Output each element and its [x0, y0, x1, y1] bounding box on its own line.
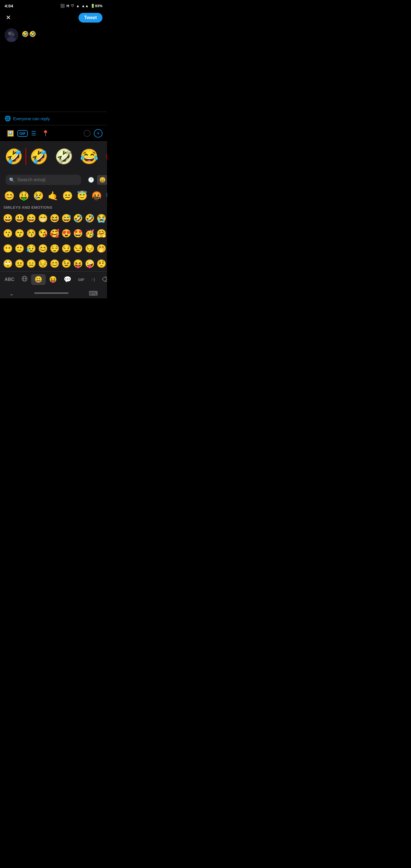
emoji-rolling-floor[interactable]: 🤣	[84, 212, 95, 225]
emoji-smirk[interactable]: 😏	[61, 242, 72, 255]
avatar	[5, 28, 18, 42]
carousel-emoji-1[interactable]: 🤣	[2, 145, 25, 168]
reply-setting[interactable]: 🌐 Everyone can reply	[0, 112, 107, 125]
wifi-icon: ▲	[76, 4, 80, 8]
emoji-grinning[interactable]: 😀	[2, 212, 13, 225]
signal-icon: ▲▲	[81, 4, 89, 8]
poll-button[interactable]: ☰	[29, 128, 38, 139]
carousel-emoji-5[interactable]: 🤣	[103, 145, 107, 168]
hulu-icon: H	[66, 4, 69, 8]
emoji-hugging[interactable]: 🤗	[96, 227, 107, 240]
tweet-button[interactable]: Tweet	[78, 13, 102, 23]
emoji-stuck-tongue[interactable]: 😝	[72, 257, 84, 270]
emoji-crying-loud[interactable]: 😭	[96, 212, 107, 225]
emoji-expressionless[interactable]: 😑	[26, 257, 37, 270]
heart-icon: ♡	[71, 4, 74, 8]
kb-backspace-button[interactable]: ⌫	[98, 274, 107, 285]
status-time: 4:04	[5, 3, 13, 8]
kb-memoji-button[interactable]: 💬	[60, 274, 75, 285]
emoji-roll-eyes[interactable]: 🙄	[2, 257, 13, 270]
image-button[interactable]: 🖼️	[5, 128, 16, 139]
recent-emoji-2[interactable]: 🤑	[17, 190, 31, 202]
emoji-unamused[interactable]: 😒	[72, 242, 84, 255]
compose-area: 🤣🤣	[0, 26, 107, 112]
carousel-emoji-2[interactable]: 🤣	[27, 145, 50, 168]
kb-gif-button[interactable]: GIF	[75, 276, 88, 283]
kb-abc-button[interactable]: ABC	[1, 275, 18, 284]
location-button[interactable]: 📍	[40, 128, 51, 139]
recent-emoji-row: 😊 🤑 😢 🤙 😐 😇 🤬 🥶 😈	[0, 188, 107, 203]
recent-emoji-5[interactable]: 😐	[61, 190, 74, 202]
emoji-pensive[interactable]: 😔	[84, 242, 95, 255]
emoji-kiss3[interactable]: 😚	[26, 227, 37, 240]
bottom-bar: ⌄ ⌨	[0, 287, 107, 299]
emoji-no-mouth[interactable]: 😶	[2, 242, 13, 255]
close-button[interactable]: ✕	[5, 13, 12, 23]
emoji-sad-sweat[interactable]: 😥	[26, 242, 37, 255]
battery-icon: 🔋93%	[91, 4, 102, 8]
emoji-kiss2[interactable]: 😙	[14, 227, 25, 240]
emoji-rofl[interactable]: 🤣	[72, 212, 84, 225]
emoji-sweat-smile[interactable]: 😅	[61, 212, 72, 225]
recent-emoji-4[interactable]: 🤙	[46, 190, 60, 202]
emoji-grin[interactable]: 😃	[14, 212, 25, 225]
category-tabs: 🕐 😀 🚶 🎉 🚢	[86, 175, 107, 185]
kb-emoji-button[interactable]: 😀	[31, 274, 46, 285]
kb-globe-button[interactable]	[18, 274, 31, 285]
recent-emoji-7[interactable]: 🤬	[90, 190, 104, 202]
carousel-emoji-3[interactable]: 🤣	[53, 145, 75, 168]
status-bar: 4:04 ⬛ H ♡ ▲ ▲▲ 🔋93%	[0, 0, 107, 10]
emoji-neutral[interactable]: 😐	[14, 257, 25, 270]
emoji-kiss4[interactable]: 😘	[37, 227, 49, 240]
emoji-carousel: 🤣 🤣 🤣 😂 🤣	[0, 142, 107, 171]
section-label: SMILEYS AND EMOTIONS	[0, 203, 107, 211]
compose-toolbar: 🖼️ GIF ☰ 📍 +	[0, 125, 107, 142]
emoji-star-struck[interactable]: 🤩	[72, 227, 84, 240]
carousel-emoji-4[interactable]: 😂	[77, 145, 100, 168]
collapse-button[interactable]: ⌄	[9, 290, 14, 297]
reply-label: Everyone can reply	[13, 116, 50, 121]
cat-smileys[interactable]: 😀	[97, 175, 107, 185]
globe-icon: 🌐	[5, 115, 11, 122]
emoji-heart-eyes[interactable]: 🥰	[49, 227, 60, 240]
recent-emoji-8[interactable]: 🥶	[104, 190, 107, 202]
emoji-kiss1[interactable]: 😗	[2, 227, 13, 240]
status-icons: ⬛ H ♡ ▲ ▲▲ 🔋93%	[60, 4, 102, 8]
svg-point-3	[8, 32, 11, 35]
recent-emoji-1[interactable]: 😊	[2, 190, 16, 202]
emoji-blush[interactable]: 😊	[37, 242, 49, 255]
emoji-big-smile[interactable]: 😄	[26, 212, 37, 225]
search-input[interactable]	[17, 177, 77, 183]
keyboard-switch-button[interactable]: ⌨	[89, 290, 98, 297]
emoji-partying[interactable]: 🥳	[84, 227, 95, 240]
kb-emoticon-button[interactable]: :-)	[88, 276, 98, 283]
recent-emoji-3[interactable]: 😢	[31, 190, 45, 202]
emoji-heart-eyes2[interactable]: 😍	[61, 227, 72, 240]
emoji-search-bar[interactable]: 🔍	[6, 175, 81, 185]
top-nav: ✕ Tweet	[0, 10, 107, 26]
emoji-grid-row-2: 😗 😙 😚 😘 🥰 😍 🤩 🥳 🤗	[0, 226, 107, 241]
compose-content[interactable]: 🤣🤣	[22, 28, 102, 110]
emoji-downcast[interactable]: 😔	[37, 257, 49, 270]
notification-icon: ⬛	[60, 4, 65, 8]
emoji-wink[interactable]: 😉	[61, 257, 72, 270]
char-counter	[84, 130, 91, 137]
cat-recent[interactable]: 🕐	[86, 175, 96, 185]
emoji-shush[interactable]: 🤭	[96, 242, 107, 255]
emoji-beaming[interactable]: 😁	[37, 212, 49, 225]
emoji-relieved[interactable]: 😌	[49, 242, 60, 255]
emoji-monocle[interactable]: 🤨	[96, 257, 107, 270]
gif-button[interactable]: GIF	[18, 130, 28, 137]
tweet-text: 🤣🤣	[22, 31, 36, 37]
add-button[interactable]: +	[94, 129, 102, 137]
kb-sticker-button[interactable]: 😝	[46, 274, 60, 285]
emoji-laughing[interactable]: 😆	[49, 212, 60, 225]
search-icon: 🔍	[9, 177, 15, 183]
emoji-grid-row-4: 🙄 😐 😑 😔 😊 😉 😝 🤪 🤨	[0, 256, 107, 271]
emoji-grid-row-3: 😶 🙂 😥 😊 😌 😏 😒 😔 🤭	[0, 241, 107, 256]
emoji-zany[interactable]: 🤪	[84, 257, 95, 270]
emoji-smile[interactable]: 😊	[49, 257, 60, 270]
svg-point-4	[12, 33, 14, 36]
emoji-slight-smile[interactable]: 🙂	[14, 242, 25, 255]
recent-emoji-6[interactable]: 😇	[75, 190, 89, 202]
